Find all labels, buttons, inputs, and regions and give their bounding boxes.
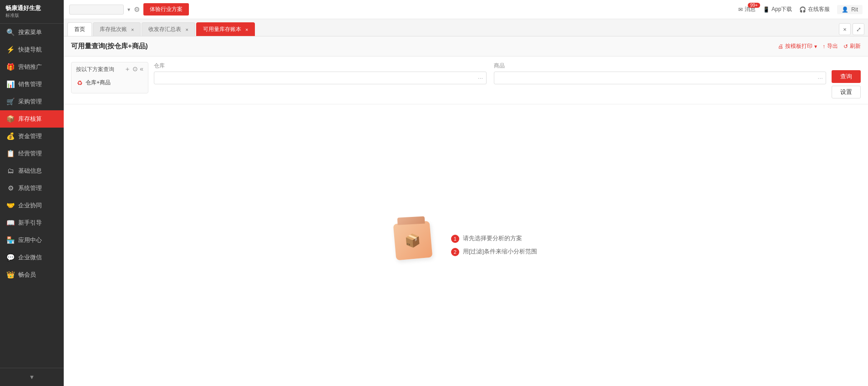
warehouse-filter-group: 仓库 ··· xyxy=(154,62,487,84)
product-filter-group: 商品 ··· xyxy=(494,62,827,84)
sidebar-scroll-down[interactable]: ▼ xyxy=(0,372,64,382)
add-scheme-icon[interactable]: ＋ xyxy=(124,65,131,73)
warehouse-input[interactable] xyxy=(157,75,476,81)
sidebar-icon-purchase: 🛒 xyxy=(6,98,15,106)
empty-hint-2: 2 用[过滤]条件来缩小分析范围 xyxy=(451,247,537,256)
sidebar-label-marketing: 营销推广 xyxy=(18,63,42,71)
close-all-button[interactable]: × xyxy=(839,23,851,35)
sidebar-item-system[interactable]: ⚙ 系统管理 xyxy=(0,180,64,197)
empty-state-content: 📦 1 请先选择要分析的方案 2 用[过滤]条件来缩小分析范围 xyxy=(395,222,537,268)
dropdown-icon[interactable]: ▾ xyxy=(127,6,130,13)
scheme-item-warehouse-product[interactable]: ♻ 仓库+商品 xyxy=(71,76,148,89)
refresh-icon: ↺ xyxy=(843,43,848,50)
tab-home[interactable]: 首页 xyxy=(67,22,92,36)
sidebar-item-appstore[interactable]: 🏪 应用中心 xyxy=(0,232,64,249)
refresh-label: 刷新 xyxy=(850,42,861,50)
sidebar-icon-basics: 🗂 xyxy=(6,167,15,175)
refresh-button[interactable]: ↺ 刷新 xyxy=(843,42,861,50)
tab-label-home: 首页 xyxy=(74,26,85,33)
app-title: 畅康通好生意 xyxy=(5,5,58,12)
online-service-label: 在线客服 xyxy=(808,5,830,13)
tab-close-summary[interactable]: × xyxy=(185,27,188,32)
collapse-scheme-icon[interactable]: « xyxy=(140,65,143,73)
sidebar-icon-finance: 💰 xyxy=(6,132,15,140)
sidebar-label-enterprise: 企业协同 xyxy=(18,201,42,210)
sidebar-item-newbie[interactable]: 📖 新手引导 xyxy=(0,214,64,232)
page-actions: 🖨 按模板打印 ▾ ↑ 导出 ↺ 刷新 xyxy=(778,42,861,50)
app-download-label: App下载 xyxy=(772,5,792,13)
query-button[interactable]: 查询 xyxy=(832,70,861,83)
print-button[interactable]: 🖨 按模板打印 ▾ xyxy=(778,42,817,50)
topbar: ▾ ⚙ 体验行业方案 ✉ 消息 99+ 📱 App下载 🎧 在线客服 👤 Rit xyxy=(64,0,868,19)
sidebar-label-newbie: 新手引导 xyxy=(18,219,42,227)
sidebar-icon-marketing: 🎁 xyxy=(6,63,15,71)
tabbar-actions: × ⤢ xyxy=(839,23,868,36)
scheme-panel: 按以下方案查询 ＋ ⊙ « ♻ 仓库+商品 xyxy=(71,62,148,93)
export-button[interactable]: ↑ 导出 xyxy=(822,42,838,50)
sidebar-item-basics[interactable]: 🗂 基础信息 xyxy=(0,162,64,180)
tab-available[interactable]: 可用量库存账本× xyxy=(196,22,255,36)
warehouse-input-wrapper: ··· xyxy=(154,72,487,84)
settings-scheme-icon[interactable]: ⊙ xyxy=(132,65,138,73)
message-icon: ✉ xyxy=(738,6,743,13)
export-icon: ↑ xyxy=(822,43,825,50)
headset-icon: 🎧 xyxy=(799,6,806,13)
empty-box: 📦 xyxy=(393,221,433,261)
trial-button[interactable]: 体验行业方案 xyxy=(143,3,189,15)
sidebar-icon-shortcut: ⚡ xyxy=(6,46,15,54)
sidebar-icon-system: ⚙ xyxy=(6,184,15,192)
hint-num-1: 1 xyxy=(451,235,459,243)
avatar: 👤 xyxy=(842,6,848,13)
sidebar-label-appstore: 应用中心 xyxy=(18,236,42,244)
gear-icon[interactable]: ⚙ xyxy=(134,5,140,14)
sidebar-icon-member: 👑 xyxy=(6,271,15,279)
sidebar-icon-inventory: 📦 xyxy=(6,115,15,123)
tab-close-batch[interactable]: × xyxy=(131,27,134,32)
sidebar-icon-enterprise: 🤝 xyxy=(6,201,15,210)
sidebar-item-search[interactable]: 🔍 搜索菜单 xyxy=(0,24,64,41)
sidebar-label-purchase: 采购管理 xyxy=(18,98,42,106)
sidebar-item-enterprise[interactable]: 🤝 企业协同 xyxy=(0,197,64,214)
sidebar-item-wechat[interactable]: 💬 企业微信 xyxy=(0,249,64,266)
sidebar-label-member: 畅会员 xyxy=(18,271,36,279)
user-menu[interactable]: 👤 Rit xyxy=(837,5,863,14)
sidebar-item-inventory[interactable]: 📦 库存核算 xyxy=(0,110,64,128)
warehouse-more-icon[interactable]: ··· xyxy=(478,74,483,82)
empty-state: 📦 1 请先选择要分析的方案 2 用[过滤]条件来缩小分析范围 xyxy=(64,104,868,386)
username: Rit xyxy=(851,6,858,13)
online-service-button[interactable]: 🎧 在线客服 xyxy=(799,5,830,13)
message-button[interactable]: ✉ 消息 99+ xyxy=(738,5,756,13)
hint-text-1: 请先选择要分析的方案 xyxy=(463,234,522,242)
phone-icon: 📱 xyxy=(763,6,770,13)
sidebar-item-operations[interactable]: 📋 经营管理 xyxy=(0,145,64,162)
tab-batch[interactable]: 库存批次账× xyxy=(93,22,141,36)
tab-label-available: 可用量库存账本 xyxy=(203,26,241,33)
scheme-item-label: 仓库+商品 xyxy=(86,79,111,87)
tab-close-available[interactable]: × xyxy=(245,27,248,32)
settings-button[interactable]: 设置 xyxy=(832,86,861,98)
print-dropdown-icon[interactable]: ▾ xyxy=(814,43,817,50)
sidebar-item-shortcut[interactable]: ⚡ 快捷导航 xyxy=(0,41,64,58)
sidebar-item-finance[interactable]: 💰 资金管理 xyxy=(0,128,64,145)
product-filter-label: 商品 xyxy=(494,62,827,70)
sidebar-icon-sales: 📊 xyxy=(6,80,15,88)
tab-summary[interactable]: 收发存汇总表× xyxy=(142,22,195,36)
sidebar-item-purchase[interactable]: 🛒 采购管理 xyxy=(0,93,64,110)
query-area: 按以下方案查询 ＋ ⊙ « ♻ 仓库+商品 仓库 xyxy=(64,57,868,104)
sidebar-item-member[interactable]: 👑 畅会员 xyxy=(0,266,64,283)
hint-text-2: 用[过滤]条件来缩小分析范围 xyxy=(463,247,537,256)
sidebar-item-marketing[interactable]: 🎁 营销推广 xyxy=(0,58,64,76)
sidebar-bottom: ▼ xyxy=(0,368,64,386)
content-area: 可用量查询(按仓库+商品) 🖨 按模板打印 ▾ ↑ 导出 ↺ 刷新 xyxy=(64,36,868,386)
message-badge: 99+ xyxy=(748,3,760,8)
expand-button[interactable]: ⤢ xyxy=(853,23,864,35)
search-input[interactable] xyxy=(69,5,124,15)
product-input-wrapper: ··· xyxy=(494,72,827,84)
product-input[interactable] xyxy=(497,75,816,81)
page-title: 可用量查询(按仓库+商品) xyxy=(71,42,148,51)
sidebar-icon-operations: 📋 xyxy=(6,149,15,158)
product-more-icon[interactable]: ··· xyxy=(817,74,823,82)
sidebar-item-sales[interactable]: 📊 销售管理 xyxy=(0,76,64,93)
main-area: ▾ ⚙ 体验行业方案 ✉ 消息 99+ 📱 App下载 🎧 在线客服 👤 Rit xyxy=(64,0,868,386)
app-download-button[interactable]: 📱 App下载 xyxy=(763,5,792,13)
